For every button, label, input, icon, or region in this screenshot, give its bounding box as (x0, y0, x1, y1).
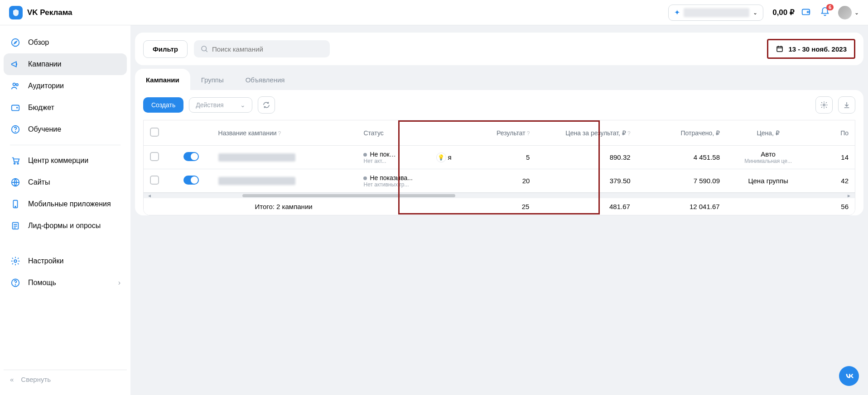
row-toggle[interactable] (183, 152, 199, 161)
campaign-name-blurred (218, 153, 295, 162)
table-row[interactable]: Не показыва... Нет активных гр... 20 379… (144, 169, 855, 193)
cell-cpr: 890.32 (536, 146, 637, 169)
row-checkbox[interactable] (150, 152, 159, 161)
sidebar-item-budget[interactable]: Бюджет (4, 97, 127, 119)
chevron-down-icon[interactable]: ⌄ (854, 10, 859, 16)
sidebar-item-label: Обучение (28, 125, 61, 133)
wallet-icon[interactable] (801, 7, 811, 18)
col-spent[interactable]: Потрачено, ₽ (637, 120, 726, 146)
tab-ads[interactable]: Объявления (235, 69, 296, 90)
cell-result: 20 (458, 169, 536, 193)
totals-last: 56 (810, 198, 855, 215)
sidebar-collapse[interactable]: « Свернуть (4, 370, 127, 389)
brand-name: VK Реклама (27, 8, 72, 17)
date-range-button[interactable]: 13 - 30 нояб. 2023 (767, 39, 855, 59)
svg-point-7 (17, 107, 18, 108)
hint-icon: ? (278, 130, 281, 137)
form-icon (10, 220, 21, 231)
search-input-wrap[interactable] (194, 40, 330, 57)
vk-support-button[interactable] (839, 366, 859, 386)
sidebar-item-education[interactable]: Обучение (4, 119, 127, 140)
wallet-icon (10, 102, 21, 113)
row-toggle[interactable] (183, 176, 199, 185)
col-status[interactable]: Статус (357, 120, 458, 146)
sidebar-item-label: Лид-формы и опросы (28, 222, 101, 230)
svg-point-21 (823, 104, 825, 106)
user-avatar[interactable] (838, 6, 852, 19)
sidebar-item-overview[interactable]: Обзор (4, 32, 127, 53)
horizontal-scrollbar[interactable]: ◄ ► (144, 193, 855, 198)
sidebar-item-label: Центр коммерции (28, 157, 88, 165)
refresh-icon (262, 101, 270, 109)
sidebar-item-audiences[interactable]: Аудитории (4, 75, 127, 97)
search-input[interactable] (212, 45, 323, 53)
col-cpr[interactable]: Цена за результат, ₽? (536, 120, 637, 146)
svg-rect-6 (12, 105, 19, 111)
status-main: Не пок… (370, 151, 395, 158)
totals-spent: 12 041.67 (637, 198, 726, 215)
sidebar-item-settings[interactable]: Настройки (4, 250, 127, 272)
sidebar-item-commerce[interactable]: Центр коммерции (4, 150, 127, 171)
svg-point-16 (14, 260, 17, 262)
row-checkbox[interactable] (150, 176, 159, 185)
totals-cpr: 481.67 (535, 198, 637, 215)
svg-rect-20 (777, 47, 782, 52)
download-button[interactable] (838, 96, 855, 114)
totals-label: Итого: 2 кампании (211, 198, 356, 215)
sidebar: Обзор Кампании Аудитории Бюджет Обучение… (0, 25, 130, 395)
actions-dropdown-label: Действия (196, 101, 223, 109)
create-button[interactable]: Создать (143, 97, 183, 113)
svg-point-2 (12, 39, 19, 47)
logo[interactable]: VK Реклама (9, 6, 72, 19)
sidebar-item-leadforms[interactable]: Лид-формы и опросы (4, 215, 127, 237)
col-price[interactable]: Цена, ₽ (726, 120, 810, 146)
status-dot-icon (363, 176, 367, 180)
svg-point-18 (15, 285, 16, 285)
content-card: Создать Действия ⌄ (135, 90, 863, 215)
help-circle-icon (10, 277, 21, 288)
hint-icon: ? (627, 130, 631, 137)
date-range-label: 13 - 30 нояб. 2023 (788, 45, 847, 53)
svg-point-4 (13, 83, 16, 86)
calendar-icon (776, 45, 784, 53)
actions-row: Создать Действия ⌄ (135, 90, 863, 120)
sidebar-item-mobile[interactable]: Мобильные приложения (4, 193, 127, 215)
col-name[interactable]: Название кампании? (212, 120, 357, 146)
bulb-icon[interactable]: 💡 (436, 152, 446, 162)
logo-icon (9, 6, 23, 19)
sidebar-item-campaigns[interactable]: Кампании (4, 53, 127, 75)
mobile-icon (10, 199, 21, 209)
question-circle-icon (10, 124, 21, 135)
cell-last: 14 (810, 146, 855, 169)
notifications-badge: 6 (826, 4, 834, 10)
scrollbar-thumb[interactable] (242, 194, 455, 197)
cell-spent: 7 590.09 (637, 169, 726, 193)
table-row[interactable]: Не пок… Нет акт... 💡я 5 890.32 4 451.58 … (144, 146, 855, 169)
tab-groups[interactable]: Группы (190, 69, 235, 90)
cell-spent: 4 451.58 (637, 146, 726, 169)
plus-icon: ✦ (674, 8, 680, 17)
scroll-right-icon[interactable]: ► (847, 193, 851, 198)
tab-campaigns[interactable]: Кампании (135, 69, 190, 90)
gear-icon (10, 256, 21, 267)
scroll-left-icon[interactable]: ◄ (147, 193, 152, 198)
refresh-button[interactable] (258, 96, 275, 114)
sidebar-item-sites[interactable]: Сайты (4, 171, 127, 193)
collapse-icon: « (10, 376, 14, 383)
notifications-button[interactable]: 6 (820, 7, 830, 18)
svg-point-10 (14, 163, 15, 164)
columns-settings-button[interactable] (815, 96, 833, 114)
actions-dropdown[interactable]: Действия ⌄ (189, 97, 252, 113)
sidebar-item-label: Мобильные приложения (28, 200, 111, 208)
gear-icon (820, 101, 828, 109)
chevron-down-icon: ⌄ (753, 10, 757, 16)
sidebar-item-help[interactable]: Помощь › (4, 272, 127, 294)
cell-price-main: Цена группы (733, 177, 804, 185)
svg-rect-1 (807, 11, 810, 13)
col-result[interactable]: Результат? (458, 120, 536, 146)
app-header: VK Реклама ✦ ⌄ 0,00 ₽ 6 ⌄ (0, 0, 868, 25)
filter-button[interactable]: Фильтр (143, 40, 188, 58)
account-selector[interactable]: ✦ ⌄ (668, 5, 763, 21)
col-last[interactable]: По (810, 120, 855, 146)
select-all-checkbox[interactable] (150, 128, 159, 137)
